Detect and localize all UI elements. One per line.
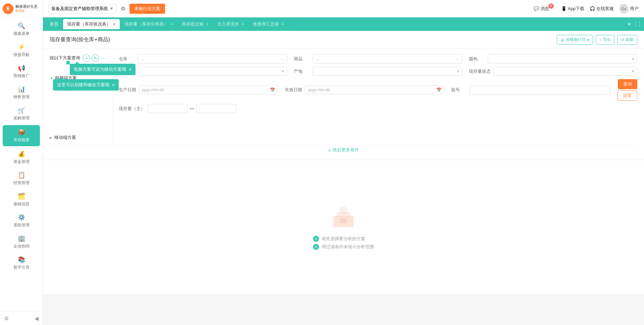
stock-amount-max[interactable] [196, 104, 236, 113]
sidebar-item-purchase-mgmt[interactable]: 🛒 采购管理 [0, 103, 43, 124]
tab-inventory-dist[interactable]: 现存量（库存分布表） ✕ [120, 19, 177, 29]
guide-icon: 📚 [18, 256, 25, 263]
empty-state: ① 请先选择要分析的方案 ② 用过滤条件来缩小分析范围 [43, 160, 644, 294]
collapse-sidebar-icon[interactable]: ◀ [35, 315, 39, 322]
user-area[interactable]: Ea 用户 [619, 4, 639, 13]
scheme-mobile-arrow: ▶ [50, 136, 52, 140]
sidebar-item-inventory-calc[interactable]: 📦 库存核算 [3, 125, 40, 146]
inventory-icon: 📦 [18, 128, 25, 136]
tab-inout-flow[interactable]: 出入库流水 ✕ [213, 19, 248, 29]
filter-area: 按以下方案查询 + ✎ ← 电脑方案可设为移动方案哦 × [43, 49, 644, 160]
sidebar-item-finance-mgmt[interactable]: 💰 资金管理 [0, 147, 43, 168]
scheme-mobile-label: 移动端方案 [54, 134, 76, 141]
scheme-group-mobile[interactable]: ▶ 移动端方案 [50, 133, 108, 142]
ops-icon: 📋 [18, 171, 25, 179]
popover2-close[interactable]: × [112, 82, 115, 88]
sidebar-item-new-guide[interactable]: 📚 新手引导 [0, 253, 43, 274]
message-badge: 9 [548, 3, 554, 9]
sidebar-item-label: 经营管理 [13, 180, 30, 186]
sidebar-item-search-menu[interactable]: 🔍 搜索菜单 [0, 19, 43, 40]
settings-gear-icon[interactable]: ⚙ [121, 5, 125, 12]
tab-close-icon[interactable]: ✕ [241, 22, 244, 26]
goods-select[interactable]: ... ··· [313, 54, 462, 63]
back-arrow-btn[interactable]: ← [100, 54, 108, 62]
refresh-btn[interactable]: ↺ 刷新 [617, 35, 637, 45]
amount-sep: — [190, 106, 194, 111]
collapse-btn[interactable]: ∧ 收起更多条件 [50, 145, 637, 154]
tab-bar-right: ✕ ⛶ [626, 20, 641, 28]
filter-row-origin: 产地 ▾ [294, 67, 462, 76]
scheme-popover-1: 电脑方案可设为移动方案哦 × [70, 64, 136, 75]
sidebar-item-label: 基础信息 [13, 201, 30, 207]
popover1-close[interactable]: × [129, 67, 131, 72]
goods-more-icon: ··· [455, 56, 459, 61]
avatar-text: Ea [622, 7, 626, 11]
origin-select[interactable]: ▾ [313, 67, 462, 76]
stock-status-select[interactable]: ▾ [493, 67, 637, 76]
online-support-action[interactable]: 🎧 在线客服 [590, 6, 614, 12]
empty-step-1: ① 请先选择要分析的方案 [313, 236, 374, 242]
maximize-btn[interactable]: ⛶ [634, 20, 641, 28]
filter-row-size: 尺码 ▾ [119, 67, 287, 76]
sidebar-item-quick-nav[interactable]: ⚡ 快捷导航 [0, 40, 43, 61]
step1-text: 请先选择要分析的方案 [322, 236, 365, 242]
message-action[interactable]: 💬 消息 9 [534, 6, 556, 12]
size-select[interactable]: ▾ [138, 67, 287, 76]
page-body: 现存量查询(按仓库+商品) 🖨 按模板打印 ▾ ↑ 导出 ↺ 刷新 [43, 31, 644, 325]
page-title: 现存量查询(按仓库+商品) [50, 36, 110, 43]
online-support-label: 在线客服 [596, 6, 614, 12]
search-btn[interactable]: 查询 [618, 79, 637, 89]
step2-num: ② [313, 244, 319, 250]
tab-home[interactable]: 首页 [46, 19, 62, 29]
batch-input[interactable] [470, 86, 610, 95]
edit-scheme-btn[interactable]: ✎ [92, 54, 99, 62]
export-btn[interactable]: ↑ 导出 [596, 35, 614, 45]
warehouse-select[interactable]: ... ··· [138, 54, 287, 63]
finance-icon: 💰 [18, 150, 25, 158]
tab-close-icon[interactable]: ✕ [206, 22, 209, 26]
chevron-down-size: ▾ [282, 69, 284, 74]
tab-close-icon[interactable]: ✕ [170, 22, 173, 26]
add-scheme-btn[interactable]: + [83, 54, 90, 62]
sidebar-item-enterprise[interactable]: 🏢 企业协同 [0, 231, 43, 253]
sidebar-item-sales-promotion[interactable]: 📢 营销推广 [0, 61, 43, 82]
tab-label: 库存批次账 [182, 21, 204, 27]
calendar-icon: 📅 [270, 88, 275, 92]
tab-receivable[interactable]: 收发存汇总表 ✕ [249, 19, 288, 29]
brand-name: 畅捷通好生意 [15, 4, 38, 9]
collapse-arrow-icon: ∧ [328, 148, 331, 153]
sidebar-item-label: 营销推广 [13, 73, 30, 79]
tab-inventory-status[interactable]: 现存量（库存状况表） ✕ [63, 19, 120, 29]
color-select[interactable]: ▾ [488, 54, 637, 63]
warehouse-label: 仓库 [119, 56, 135, 62]
sidebar-item-basic-info[interactable]: 🗂️ 基础信息 [0, 189, 43, 210]
expire-date-start[interactable]: yyyy-mm-dd 📅 [305, 86, 444, 94]
close-all-tabs-btn[interactable]: ✕ [626, 20, 633, 28]
expire-date-label: 失效日期 [285, 87, 302, 93]
scheme-tree: ▼ 电脑端方案 这里可以创建和修改方案哦 × — [50, 74, 108, 142]
tab-close-icon[interactable]: ✕ [281, 22, 284, 26]
svg-point-2 [339, 207, 347, 215]
sys-icon: ⚙️ [18, 214, 25, 221]
purchase-icon: 🛒 [18, 107, 25, 114]
calendar-icon-2: 📅 [436, 88, 441, 92]
sidebar: 6 畅捷通好生意 标准版 🔍 搜索菜单 ⚡ 快捷导航 📢 营销推广 📊 销售管理… [0, 0, 43, 325]
stock-amount-min[interactable] [148, 104, 188, 113]
system-selector[interactable]: 装备及固定资产辅助管理系统 ▼ [48, 4, 117, 13]
tab-label: 现存量（库存状况表） [67, 21, 111, 27]
sidebar-item-sys-mgmt[interactable]: ⚙️ 系统管理 [0, 210, 43, 231]
sidebar-item-ops-mgmt[interactable]: 📋 经营管理 [0, 168, 43, 189]
tab-batch-ledger[interactable]: 库存批次账 ✕ [178, 19, 213, 29]
reset-btn[interactable]: 设置 [617, 91, 637, 101]
tab-close-icon[interactable]: ✕ [113, 22, 116, 26]
sidebar-item-sales-mgmt[interactable]: 📊 销售管理 [0, 82, 43, 103]
svg-rect-4 [340, 218, 347, 223]
app-download-action[interactable]: 📱 App下载 [561, 6, 584, 12]
empty-steps-list: ① 请先选择要分析的方案 ② 用过滤条件来缩小分析范围 [313, 236, 374, 252]
date-placeholder: yyyy-mm-dd [308, 88, 330, 92]
settings-icon[interactable]: ⚙ [4, 315, 9, 322]
sales-mgmt-icon: 📊 [18, 86, 25, 93]
produce-date-start[interactable]: yyyy-mm-dd 📅 [139, 86, 278, 94]
template-print-btn[interactable]: 🖨 按模板打印 ▾ [557, 35, 593, 45]
experience-btn[interactable]: 体验行业方案 [129, 4, 165, 14]
